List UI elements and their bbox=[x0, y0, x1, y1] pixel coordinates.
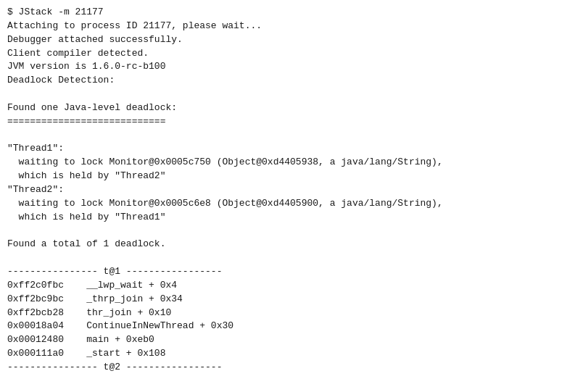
terminal-output: $ JStack -m 21177 Attaching to process I… bbox=[7, 6, 568, 375]
